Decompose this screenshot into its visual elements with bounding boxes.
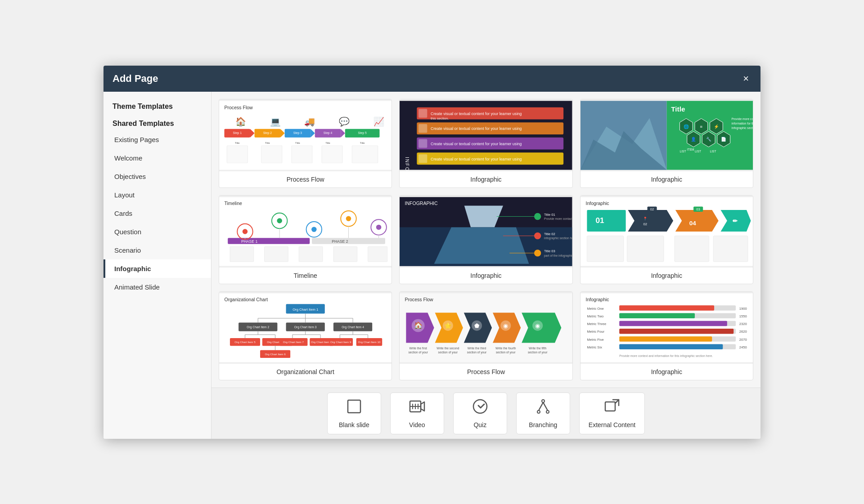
svg-point-81 — [311, 227, 316, 232]
video-label: Video — [409, 421, 425, 428]
svg-text:Organizational Chart: Organizational Chart — [224, 296, 268, 302]
svg-point-105 — [534, 232, 541, 239]
add-page-modal: Add Page × Theme Templates Shared Templa… — [104, 66, 760, 439]
svg-rect-27 — [261, 145, 282, 162]
template-label-5: Infographic — [400, 268, 572, 284]
svg-text:Metric One: Metric One — [587, 306, 603, 310]
svg-rect-26 — [227, 145, 248, 162]
template-thumb-4: Timeline PHASE 1 PHASE 2 — [219, 196, 392, 268]
svg-text:Org Chart Item 1: Org Chart Item 1 — [292, 307, 318, 311]
svg-text:2450: 2450 — [739, 345, 747, 349]
modal-header: Add Page × — [104, 66, 760, 92]
svg-text:Title: Title — [360, 142, 365, 144]
template-card-infographic-iceberg[interactable]: INFOGRAPHIC Title 01 Provide mor — [399, 195, 572, 284]
svg-rect-226 — [619, 344, 723, 349]
blank-slide-icon — [346, 398, 362, 418]
template-card-process-flow-arrows[interactable]: Process Flow 🏠 ⭐ — [399, 291, 572, 380]
template-card-infographic-bars[interactable]: Infographic Metric One 1900 Metric Two — [580, 291, 753, 380]
svg-text:information for this: information for this — [731, 122, 753, 125]
sidebar-item-question[interactable]: Question — [104, 223, 211, 241]
svg-text:this section.: this section. — [431, 116, 449, 120]
svg-text:Timeline: Timeline — [224, 200, 242, 205]
branching-button[interactable]: Branching — [516, 392, 570, 434]
svg-text:Create visual or textual conte: Create visual or textual content for you… — [431, 156, 522, 161]
svg-rect-29 — [322, 145, 342, 162]
svg-text:LIST: LIST — [710, 150, 716, 153]
blank-slide-button[interactable]: Blank slide — [327, 392, 381, 434]
svg-text:Title: Title — [325, 142, 330, 144]
template-card-infographic-steps[interactable]: Infographic 01 📍 02 — [580, 195, 753, 284]
svg-rect-73 — [312, 238, 385, 244]
template-thumb-5: INFOGRAPHIC Title 01 Provide mor — [400, 196, 572, 268]
template-card-infographic-green[interactable]: Title 🌐 ≡ ⚡ — [580, 99, 753, 188]
svg-text:Metric Six: Metric Six — [587, 345, 602, 349]
svg-text:Infographic: Infographic — [585, 200, 609, 205]
svg-point-79 — [277, 218, 282, 223]
svg-rect-222 — [619, 336, 712, 342]
svg-text:◉: ◉ — [504, 322, 508, 329]
svg-text:📍: 📍 — [643, 216, 647, 221]
sidebar-item-welcome[interactable]: Welcome — [104, 149, 211, 167]
video-button[interactable]: Video — [390, 392, 444, 434]
external-content-button[interactable]: External Content — [579, 392, 645, 434]
svg-rect-38 — [418, 124, 427, 133]
template-card-process-flow-light[interactable]: Process Flow 🏠 💻 🚚 💬 📈 — [219, 99, 392, 188]
svg-rect-41 — [418, 139, 427, 147]
svg-text:Title: Title — [265, 142, 270, 144]
template-label-2: Infographic — [400, 171, 572, 187]
template-card-timeline[interactable]: Timeline PHASE 1 PHASE 2 — [219, 195, 392, 284]
svg-text:🏠: 🏠 — [235, 116, 246, 127]
template-label-3: Infographic — [580, 171, 753, 187]
svg-text:section of your: section of your — [438, 351, 458, 354]
svg-text:Title: Title — [671, 105, 685, 113]
svg-rect-28 — [292, 145, 312, 162]
template-thumb-2: INFOGRAPHICS Create visual or textual co… — [400, 99, 572, 171]
svg-text:part of the infographic sectio: part of the infographic section here. — [544, 254, 572, 257]
template-thumb-3: Title 🌐 ≡ ⚡ — [580, 99, 753, 171]
sidebar-item-scenario[interactable]: Scenario — [104, 241, 211, 259]
templates-grid-wrapper[interactable]: Process Flow 🏠 💻 🚚 💬 📈 — [212, 92, 760, 388]
external-content-icon — [604, 398, 620, 418]
svg-text:Infographic: Infographic — [585, 296, 609, 302]
svg-text:1550: 1550 — [739, 314, 747, 318]
modal-body: Theme Templates Shared Templates Existin… — [104, 92, 760, 439]
sidebar-item-cards[interactable]: Cards — [104, 204, 211, 223]
close-button[interactable]: × — [740, 73, 752, 85]
svg-text:section of your: section of your — [528, 351, 548, 354]
svg-text:2320: 2320 — [739, 322, 747, 326]
svg-text:PHASE 2: PHASE 2 — [332, 239, 348, 243]
svg-text:Metric Five: Metric Five — [587, 337, 603, 341]
svg-rect-241 — [605, 402, 615, 411]
svg-text:infographic section here.: infographic section here. — [544, 236, 572, 240]
svg-text:INFOGRAPHIC: INFOGRAPHIC — [405, 200, 438, 205]
bottom-toolbar: Blank slide Video — [212, 388, 760, 439]
svg-text:Process Flow: Process Flow — [224, 105, 253, 110]
template-card-org-chart[interactable]: Organizational Chart Org Chart Item 1 — [219, 291, 392, 380]
svg-text:Step 3: Step 3 — [293, 131, 302, 135]
svg-text:Org Chart Item 10: Org Chart Item 10 — [358, 340, 381, 343]
sidebar-item-existing-pages[interactable]: Existing Pages — [104, 130, 211, 149]
svg-text:📄: 📄 — [721, 137, 726, 142]
quiz-button[interactable]: Quiz — [453, 392, 507, 434]
svg-text:Org Chart Item 2: Org Chart Item 2 — [247, 325, 269, 329]
svg-rect-130 — [675, 236, 709, 262]
template-label-1: Process Flow — [219, 171, 392, 187]
svg-rect-218 — [619, 328, 734, 334]
sidebar-item-theme-templates[interactable]: Theme Templates — [104, 96, 211, 113]
svg-text:Provide more context and: Provide more context and — [731, 117, 753, 120]
svg-text:Metric Four: Metric Four — [587, 330, 604, 334]
svg-text:Write the third: Write the third — [468, 346, 486, 349]
svg-point-109 — [534, 250, 541, 256]
svg-rect-34 — [418, 109, 427, 117]
svg-text:Org Chart Item 4: Org Chart Item 4 — [342, 325, 364, 329]
sidebar-item-objectives[interactable]: Objectives — [104, 167, 211, 186]
sidebar-item-layout[interactable]: Layout — [104, 186, 211, 204]
sidebar-item-shared-templates[interactable]: Shared Templates — [104, 113, 211, 130]
svg-point-83 — [346, 216, 351, 221]
sidebar-item-animated-slide[interactable]: Animated Slide — [104, 278, 211, 296]
sidebar-item-infographic[interactable]: Infographic — [104, 259, 211, 278]
svg-text:Title: Title — [235, 142, 240, 144]
svg-rect-95 — [368, 246, 387, 262]
template-card-infographic-dark[interactable]: INFOGRAPHICS Create visual or textual co… — [399, 99, 572, 188]
svg-text:👤: 👤 — [691, 137, 696, 142]
